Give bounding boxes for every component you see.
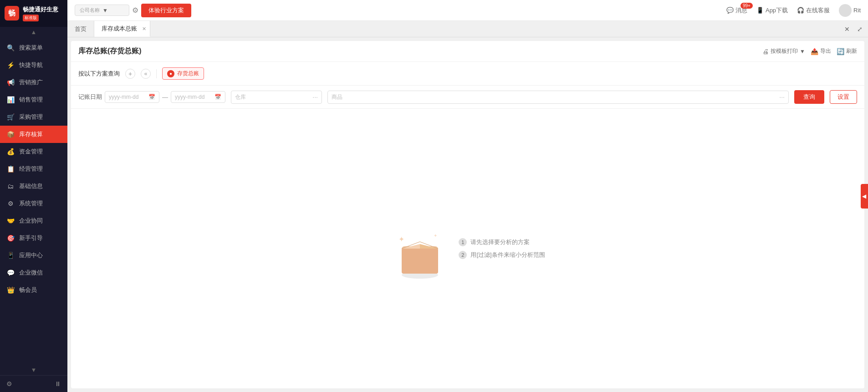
logo-text: 畅捷通好生意 标准版 (23, 5, 58, 21)
filter-scheme-item[interactable]: ● 存货总账 (162, 67, 204, 80)
trial-button[interactable]: 体验行业方案 (141, 4, 191, 17)
print-template-button[interactable]: 🖨 按模板打印 ▼ (762, 47, 805, 55)
tip-2-num: 2 (459, 251, 467, 259)
tab-inventory-cost[interactable]: 库存成本总账 ✕ (94, 21, 150, 37)
apps-icon: 📱 (6, 251, 15, 260)
tip-2-text: 用[过滤]条件来缩小分析范围 (470, 251, 545, 259)
audio-icon[interactable]: ⏸ (55, 380, 61, 387)
print-icon: 🖨 (762, 48, 769, 55)
empty-svg: ✦ ✦ (390, 221, 449, 280)
search-icon: 🔍 (6, 44, 15, 52)
company-name: 公司名称 (80, 7, 100, 14)
page-header-actions: 🖨 按模板打印 ▼ 📤 导出 🔄 刷新 (762, 47, 857, 55)
page-container: 库存总账(存货总账) 🖨 按模板打印 ▼ 📤 导出 🔄 刷新 (71, 41, 864, 388)
tab-home[interactable]: 首页 (67, 21, 94, 37)
warehouse-selector[interactable]: 仓库 ··· (231, 91, 322, 104)
sidebar-scroll-down[interactable]: ▼ (0, 365, 67, 375)
sidebar-item-shortcut[interactable]: ⚡ 快捷导航 (0, 56, 67, 74)
sidebar-item-member[interactable]: 👑 畅会员 (0, 281, 67, 299)
tip-1: 1 请先选择要分析的方案 (459, 238, 545, 246)
svg-text:✦: ✦ (398, 235, 404, 243)
sidebar-item-wechat[interactable]: 💬 企业微信 (0, 264, 67, 281)
filter-collapse-button[interactable]: « (141, 69, 151, 79)
purchase-icon: 🛒 (6, 113, 15, 121)
inventory-icon: 📦 (6, 130, 15, 138)
shortcut-icon: ⚡ (6, 61, 15, 69)
empty-state: ✦ ✦ 1 请先选择要分析的方案 2 用[过滤]条件来缩小分析范围 (71, 109, 864, 388)
panel-toggle[interactable]: ◀ (861, 184, 868, 209)
sidebar-logo: 畅 畅捷通好生意 标准版 (0, 0, 67, 27)
date-label: 记账日期 (78, 93, 102, 101)
tip-1-text: 请先选择要分析的方案 (470, 238, 530, 246)
scheme-icon: ● (167, 70, 174, 77)
sidebar-item-purchase[interactable]: 🛒 采购管理 (0, 108, 67, 126)
refresh-button[interactable]: 🔄 刷新 (837, 47, 857, 55)
sidebar-item-operations[interactable]: 📋 经营管理 (0, 160, 67, 178)
search-bar: 记账日期 yyyy-mm-dd 📅 — yyyy-mm-dd 📅 仓库 ··· … (71, 86, 864, 109)
settings-bottom-icon[interactable]: ⚙ (6, 380, 12, 387)
date-to-input[interactable]: yyyy-mm-dd 📅 (171, 91, 225, 103)
chevron-down-icon: ▼ (800, 48, 805, 55)
headset-icon: 🎧 (797, 7, 804, 14)
sales-icon: 📊 (6, 96, 15, 104)
sidebar: 畅 畅捷通好生意 标准版 ▲ 🔍 搜索菜单 ⚡ 快捷导航 📢 营销推广 📊 销售… (0, 0, 67, 392)
message-icon: 💬 (726, 7, 734, 14)
sidebar-item-inventory[interactable]: 📦 库存核算 (0, 126, 67, 143)
sidebar-item-sales[interactable]: 📊 销售管理 (0, 91, 67, 108)
tab-resize-button[interactable]: ⤢ (855, 24, 864, 35)
sidebar-item-apps[interactable]: 📱 应用中心 (0, 247, 67, 264)
topbar: 公司名称 ▼ ⚙ 体验行业方案 💬 消息 99+ 📱 App下载 🎧 在线客服 (67, 0, 868, 21)
topbar-settings-icon[interactable]: ⚙ (132, 6, 138, 15)
tab-close-button[interactable]: ✕ (842, 24, 852, 35)
company-selector[interactable]: 公司名称 ▼ (75, 5, 129, 16)
sidebar-item-cooperation[interactable]: 🤝 企业协同 (0, 212, 67, 229)
date-separator: — (162, 94, 168, 101)
sidebar-item-guide[interactable]: 🎯 新手引导 (0, 229, 67, 247)
marketing-icon: 📢 (6, 78, 15, 87)
export-button[interactable]: 📤 导出 (811, 47, 831, 55)
online-support-button[interactable]: 🎧 在线客服 (797, 6, 830, 15)
member-icon: 👑 (6, 286, 15, 294)
app-download-button[interactable]: 📱 App下载 (756, 6, 788, 15)
sidebar-item-system[interactable]: ⚙ 系统管理 (0, 195, 67, 212)
goods-more-icon: ··· (779, 93, 785, 101)
goods-selector[interactable]: 商品 ··· (327, 91, 789, 104)
settings-button[interactable]: 设置 (830, 90, 857, 104)
tabs-bar: 首页 库存成本总账 ✕ ✕ ⤢ (67, 21, 868, 37)
topbar-right: 💬 消息 99+ 📱 App下载 🎧 在线客服 Rit (726, 4, 861, 17)
sidebar-scroll-up[interactable]: ▲ (0, 27, 67, 37)
chevron-down-icon: ▼ (102, 7, 108, 14)
tab-close-icon[interactable]: ✕ (142, 25, 146, 31)
cooperation-icon: 🤝 (6, 217, 15, 225)
tip-1-num: 1 (459, 238, 467, 246)
avatar (839, 4, 852, 17)
filter-area: 按以下方案查询 + « ● 存货总账 (71, 62, 864, 86)
svg-text:✦: ✦ (434, 233, 437, 238)
page-header: 库存总账(存货总账) 🖨 按模板打印 ▼ 📤 导出 🔄 刷新 (71, 41, 864, 62)
messages-button[interactable]: 💬 消息 99+ (726, 6, 747, 15)
tip-2: 2 用[过滤]条件来缩小分析范围 (459, 251, 545, 259)
tab-controls: ✕ ⤢ (842, 24, 868, 35)
sidebar-nav: 🔍 搜索菜单 ⚡ 快捷导航 📢 营销推广 📊 销售管理 🛒 采购管理 📦 库存核… (0, 37, 67, 365)
sidebar-item-marketing[interactable]: 📢 营销推广 (0, 74, 67, 91)
sidebar-item-search[interactable]: 🔍 搜索菜单 (0, 39, 67, 56)
date-from-input[interactable]: yyyy-mm-dd 📅 (105, 91, 159, 103)
sidebar-item-finance[interactable]: 💰 资金管理 (0, 143, 67, 160)
calendar-icon-2: 📅 (214, 94, 221, 100)
sidebar-bottom: ⚙ ⏸ (0, 375, 67, 392)
phone-icon: 📱 (756, 7, 764, 14)
topbar-breadcrumb: 公司名称 ▼ ⚙ 体验行业方案 (75, 4, 721, 17)
main-area: 公司名称 ▼ ⚙ 体验行业方案 💬 消息 99+ 📱 App下载 🎧 在线客服 (67, 0, 868, 392)
search-button[interactable]: 查询 (794, 90, 824, 104)
operations-icon: 📋 (6, 165, 15, 173)
warehouse-more-icon: ··· (312, 93, 318, 101)
sidebar-item-basic[interactable]: 🗂 基础信息 (0, 178, 67, 195)
empty-illustration: ✦ ✦ (390, 221, 445, 276)
logo-icon: 畅 (5, 6, 19, 20)
calendar-icon: 📅 (148, 94, 155, 100)
basic-icon: 🗂 (6, 182, 15, 190)
export-icon: 📤 (811, 48, 818, 55)
filter-add-button[interactable]: + (125, 69, 135, 79)
wechat-icon: 💬 (6, 269, 15, 277)
user-avatar-area[interactable]: Rit (839, 4, 861, 17)
